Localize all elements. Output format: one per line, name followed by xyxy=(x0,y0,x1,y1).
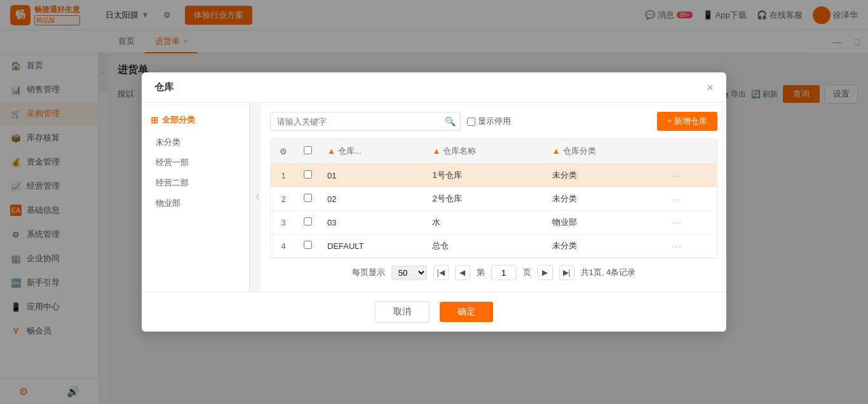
table-row[interactable]: 3 03 水 物业部 ··· xyxy=(271,211,717,234)
row-checkbox-cell[interactable] xyxy=(296,234,320,258)
row-more[interactable]: ··· xyxy=(664,211,717,234)
row-num: 4 xyxy=(271,234,296,258)
last-page-button[interactable]: ▶| xyxy=(559,265,574,280)
modal-category-sidebar: ⊞ 全部分类 未分类 经营一部 经营二部 物业部 xyxy=(142,103,250,292)
row-more-button[interactable]: ··· xyxy=(672,194,682,204)
modal-toolbar: 🔍 显示停用 + 新增仓库 xyxy=(270,112,717,131)
modal-sidebar-collapse-button[interactable]: 《 xyxy=(250,103,261,292)
sort-icon-category: ▲ xyxy=(552,146,560,156)
table-row[interactable]: 2 02 2号仓库 未分类 ··· xyxy=(271,187,717,211)
per-page-select[interactable]: 50 100 200 xyxy=(391,266,427,280)
new-warehouse-button[interactable]: + 新增仓库 xyxy=(657,112,717,131)
row-code: 03 xyxy=(320,211,424,234)
warehouse-table: ⚙ ▲仓库... ▲仓库名称 ▲仓库分类 1 01 1号仓库 未分类 ··· xyxy=(271,139,717,258)
col-settings: ⚙ xyxy=(271,139,296,164)
row-category: 未分类 xyxy=(545,234,664,258)
pagination-bar: 每页显示 50 100 200 |◀ ◀ 第 页 ▶ ▶| 共1页, 4条记录 xyxy=(270,259,717,283)
modal-close-button[interactable]: × xyxy=(707,82,714,93)
table-row[interactable]: 1 01 1号仓库 未分类 ··· xyxy=(271,164,717,187)
row-more-button[interactable]: ··· xyxy=(672,171,682,180)
col-code: ▲仓库... xyxy=(320,139,424,164)
show-disabled-checkbox[interactable] xyxy=(467,118,475,126)
modal-footer: 取消 确定 xyxy=(142,292,726,332)
row-category: 未分类 xyxy=(545,164,664,187)
show-disabled-checkbox-label[interactable]: 显示停用 xyxy=(467,116,511,127)
search-input[interactable] xyxy=(270,112,461,131)
col-checkbox xyxy=(296,139,320,164)
row-more[interactable]: ··· xyxy=(664,234,717,258)
row-name: 2号仓库 xyxy=(424,187,544,211)
prev-page-button[interactable]: ◀ xyxy=(455,265,470,280)
modal-category-unclassified[interactable]: 未分类 xyxy=(142,132,249,152)
modal-all-category[interactable]: ⊞ 全部分类 xyxy=(142,111,249,132)
sort-icon: ▲ xyxy=(327,146,336,156)
row-num: 2 xyxy=(271,187,296,211)
row-checkbox[interactable] xyxy=(304,241,312,249)
search-icon[interactable]: 🔍 xyxy=(445,116,456,126)
row-code: 02 xyxy=(320,187,424,211)
first-page-button[interactable]: |◀ xyxy=(433,265,449,280)
row-more[interactable]: ··· xyxy=(664,187,717,211)
warehouse-modal: 仓库 × ⊞ 全部分类 未分类 经营一部 经营二部 物业部 《 🔍 xyxy=(142,72,726,332)
table-row[interactable]: 4 DEFAULT 总仓 未分类 ··· xyxy=(271,234,717,258)
modal-category-dept1[interactable]: 经营一部 xyxy=(142,152,249,173)
page-label-di: 第 xyxy=(477,267,485,278)
modal-main-content: 🔍 显示停用 + 新增仓库 ⚙ ▲仓库... ▲仓库名称 xyxy=(261,103,726,292)
row-name: 1号仓库 xyxy=(424,164,544,187)
grid-icon: ⊞ xyxy=(151,115,158,125)
col-category: ▲仓库分类 xyxy=(545,139,664,164)
modal-body: ⊞ 全部分类 未分类 经营一部 经营二部 物业部 《 🔍 显示停用 + 新增仓库 xyxy=(142,103,726,292)
row-more[interactable]: ··· xyxy=(664,164,717,187)
confirm-button[interactable]: 确定 xyxy=(440,302,493,322)
modal-category-dept2[interactable]: 经营二部 xyxy=(142,173,249,193)
row-more-button[interactable]: ··· xyxy=(672,241,682,251)
row-category: 未分类 xyxy=(545,187,664,211)
next-page-button[interactable]: ▶ xyxy=(538,265,553,280)
modal-header: 仓库 × xyxy=(142,72,726,103)
modal-category-property[interactable]: 物业部 xyxy=(142,193,249,213)
row-code: DEFAULT xyxy=(320,234,424,258)
row-checkbox[interactable] xyxy=(304,170,312,178)
sort-icon-name: ▲ xyxy=(432,146,440,156)
row-name: 水 xyxy=(424,211,544,234)
row-checkbox-cell[interactable] xyxy=(296,187,320,211)
search-input-wrap: 🔍 xyxy=(270,112,461,131)
select-all-checkbox[interactable] xyxy=(304,146,312,154)
row-num: 3 xyxy=(271,211,296,234)
col-actions xyxy=(664,139,717,164)
row-category: 物业部 xyxy=(545,211,664,234)
row-checkbox-cell[interactable] xyxy=(296,211,320,234)
modal-title: 仓库 xyxy=(154,81,173,93)
row-name: 总仓 xyxy=(424,234,544,258)
page-number-input[interactable] xyxy=(491,265,517,280)
row-code: 01 xyxy=(320,164,424,187)
row-checkbox[interactable] xyxy=(304,217,312,226)
row-num: 1 xyxy=(271,164,296,187)
row-checkbox-cell[interactable] xyxy=(296,164,320,187)
warehouse-table-wrap: ⚙ ▲仓库... ▲仓库名称 ▲仓库分类 1 01 1号仓库 未分类 ··· xyxy=(270,138,717,259)
row-checkbox[interactable] xyxy=(304,194,312,202)
col-name: ▲仓库名称 xyxy=(424,139,544,164)
row-more-button[interactable]: ··· xyxy=(672,218,682,227)
cancel-button[interactable]: 取消 xyxy=(375,301,430,323)
